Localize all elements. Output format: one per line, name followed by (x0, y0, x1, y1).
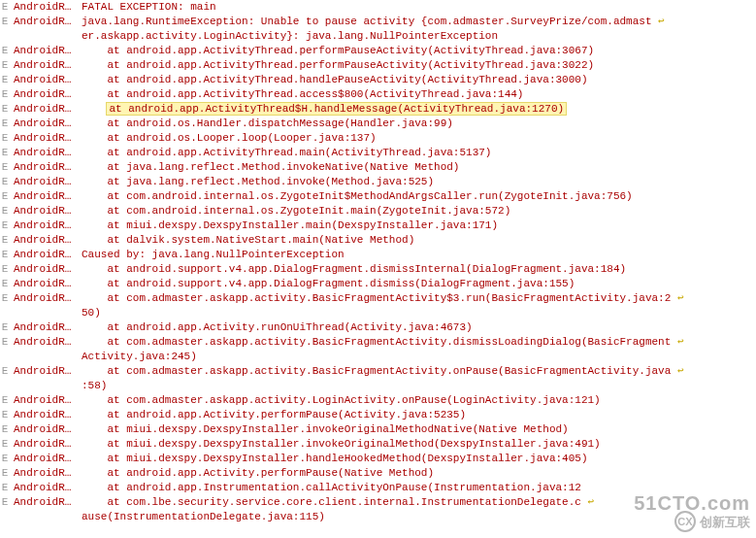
log-line[interactable]: EAndroidR… at java.lang.reflect.Method.i… (0, 160, 756, 175)
log-tag: AndroidR… (10, 0, 78, 15)
log-line[interactable]: EAndroidR… at miui.dexspy.DexspyInstalle… (0, 437, 756, 452)
log-line[interactable]: EAndroidR… at android.app.Activity.runOn… (0, 320, 756, 335)
log-level (0, 306, 10, 320)
log-line[interactable]: :58) (0, 379, 756, 393)
log-tag (10, 306, 78, 320)
log-message: at com.android.internal.os.ZygoteInit$Me… (78, 189, 756, 204)
log-message: er.askapp.activity.LoginActivity}: java.… (78, 29, 756, 44)
log-level (0, 350, 10, 364)
log-line[interactable]: EAndroidR… at android.app.ActivityThread… (0, 102, 756, 117)
log-level: E (0, 175, 10, 189)
log-level: E (0, 262, 10, 277)
log-tag: AndroidR… (10, 204, 78, 219)
log-tag: AndroidR… (10, 291, 78, 306)
log-tag: AndroidR… (10, 58, 78, 73)
log-line[interactable]: EAndroidR… at dalvik.system.NativeStart.… (0, 233, 756, 248)
log-level: E (0, 189, 10, 204)
log-tag: AndroidR… (10, 452, 78, 466)
log-message: at com.lbe.security.service.core.client.… (78, 495, 756, 510)
log-line[interactable]: EAndroidR… at miui.dexspy.DexspyInstalle… (0, 219, 756, 233)
log-message: at android.app.ActivityThread$H.handleMe… (78, 102, 756, 117)
logcat-output[interactable]: EAndroidR…FATAL EXCEPTION: mainEAndroidR… (0, 0, 756, 524)
log-message: at android.app.ActivityThread.handlePaus… (78, 73, 756, 87)
log-tag: AndroidR… (10, 160, 78, 175)
log-line[interactable]: EAndroidR… at com.lbe.security.service.c… (0, 495, 756, 510)
log-line[interactable]: EAndroidR… at android.support.v4.app.Dia… (0, 262, 756, 277)
log-line[interactable]: EAndroidR… at com.admaster.askapp.activi… (0, 335, 756, 350)
log-line[interactable]: EAndroidR…Caused by: java.lang.NullPoint… (0, 248, 756, 262)
log-line[interactable]: EAndroidR… at com.admaster.askapp.activi… (0, 393, 756, 408)
log-line[interactable]: EAndroidR… at android.app.ActivityThread… (0, 44, 756, 58)
log-line[interactable]: EAndroidR… at android.app.ActivityThread… (0, 146, 756, 160)
soft-wrap-icon: ↩ (677, 336, 684, 348)
log-message: at miui.dexspy.DexspyInstaller.main(Dexs… (78, 219, 756, 233)
log-line[interactable]: EAndroidR… at android.app.Activity.perfo… (0, 466, 756, 481)
log-line[interactable]: EAndroidR… at miui.dexspy.DexspyInstalle… (0, 422, 756, 437)
log-tag: AndroidR… (10, 495, 78, 510)
log-level: E (0, 204, 10, 219)
log-level: E (0, 320, 10, 335)
log-level: E (0, 0, 10, 15)
soft-wrap-icon: ↩ (677, 365, 684, 377)
log-tag: AndroidR… (10, 189, 78, 204)
soft-wrap-icon: ↩ (588, 496, 595, 508)
log-level: E (0, 15, 10, 29)
log-level: E (0, 117, 10, 131)
log-message: ause(InstrumentationDelegate.java:115) (78, 510, 756, 524)
log-line[interactable]: EAndroidR… at android.app.ActivityThread… (0, 58, 756, 73)
log-line[interactable]: EAndroidR… at android.support.v4.app.Dia… (0, 277, 756, 291)
log-level: E (0, 131, 10, 146)
log-message: :58) (78, 379, 756, 393)
soft-wrap-icon: ↩ (658, 16, 665, 27)
log-message: at com.android.internal.os.ZygoteInit.ma… (78, 204, 756, 219)
log-message: at java.lang.reflect.Method.invoke(Metho… (78, 175, 756, 189)
log-line[interactable]: EAndroidR… at com.android.internal.os.Zy… (0, 189, 756, 204)
log-tag: AndroidR… (10, 131, 78, 146)
log-level: E (0, 160, 10, 175)
log-line[interactable]: EAndroidR… at android.app.Activity.perfo… (0, 408, 756, 422)
log-line[interactable]: EAndroidR… at android.os.Looper.loop(Loo… (0, 131, 756, 146)
log-message: at android.os.Handler.dispatchMessage(Ha… (78, 117, 756, 131)
log-level: E (0, 73, 10, 87)
log-message: 50) (78, 306, 756, 320)
log-level: E (0, 422, 10, 437)
log-line[interactable]: EAndroidR…java.lang.RuntimeException: Un… (0, 15, 756, 29)
log-message: at android.app.ActivityThread.performPau… (78, 58, 756, 73)
log-tag: AndroidR… (10, 87, 78, 102)
log-line[interactable]: EAndroidR… at java.lang.reflect.Method.i… (0, 175, 756, 189)
log-message: java.lang.RuntimeException: Unable to pa… (78, 15, 756, 29)
log-line[interactable]: EAndroidR… at com.android.internal.os.Zy… (0, 204, 756, 219)
soft-wrap-icon: ↩ (677, 292, 684, 304)
log-line[interactable]: EAndroidR…FATAL EXCEPTION: main (0, 0, 756, 15)
log-line[interactable]: ause(InstrumentationDelegate.java:115) (0, 510, 756, 524)
log-level: E (0, 44, 10, 58)
log-message: at android.os.Looper.loop(Looper.java:13… (78, 131, 756, 146)
log-message: at android.app.ActivityThread.performPau… (78, 44, 756, 58)
log-tag: AndroidR… (10, 481, 78, 495)
log-line[interactable]: EAndroidR… at com.admaster.askapp.activi… (0, 291, 756, 306)
log-line[interactable]: EAndroidR… at android.os.Handler.dispatc… (0, 117, 756, 131)
log-line[interactable]: EAndroidR… at com.admaster.askapp.activi… (0, 364, 756, 379)
log-tag: AndroidR… (10, 393, 78, 408)
log-message: at com.admaster.askapp.activity.BasicFra… (78, 335, 756, 350)
log-level: E (0, 87, 10, 102)
log-line[interactable]: EAndroidR… at android.app.Instrumentatio… (0, 481, 756, 495)
highlighted-frame[interactable]: at android.app.ActivityThread$H.handleMe… (107, 103, 566, 115)
log-level: E (0, 335, 10, 350)
log-level: E (0, 291, 10, 306)
log-tag: AndroidR… (10, 277, 78, 291)
log-message: Activity.java:245) (78, 350, 756, 364)
log-tag: AndroidR… (10, 102, 78, 117)
log-line[interactable]: EAndroidR… at miui.dexspy.DexspyInstalle… (0, 452, 756, 466)
log-message: at android.support.v4.app.DialogFragment… (78, 277, 756, 291)
log-line[interactable]: 50) (0, 306, 756, 320)
log-line[interactable]: EAndroidR… at android.app.ActivityThread… (0, 87, 756, 102)
log-level: E (0, 277, 10, 291)
log-line[interactable]: er.askapp.activity.LoginActivity}: java.… (0, 29, 756, 44)
log-message: at miui.dexspy.DexspyInstaller.invokeOri… (78, 422, 756, 437)
log-tag: AndroidR… (10, 219, 78, 233)
log-message: at android.app.Activity.performPause(Act… (78, 408, 756, 422)
log-message: at android.app.Instrumentation.callActiv… (78, 481, 756, 495)
log-line[interactable]: Activity.java:245) (0, 350, 756, 364)
log-line[interactable]: EAndroidR… at android.app.ActivityThread… (0, 73, 756, 87)
